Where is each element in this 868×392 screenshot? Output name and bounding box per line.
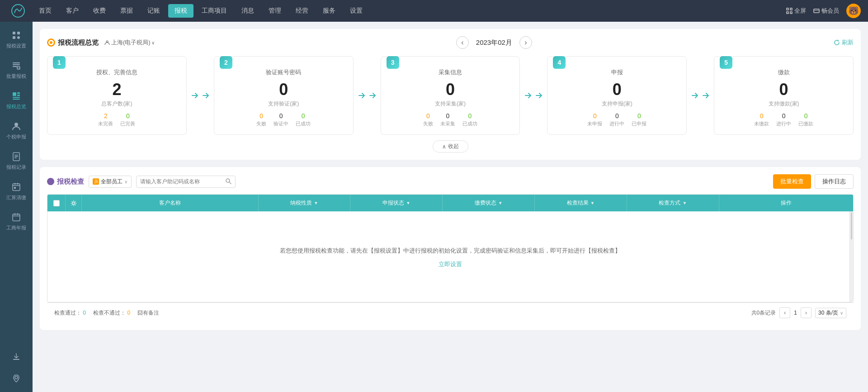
svg-point-0: [12, 5, 24, 17]
sidebar-label-personal-tax: 个税申报: [6, 134, 26, 140]
stat-label-5-0: 未缴款: [754, 120, 769, 127]
th-pay-status: 缴费状态 ▼: [443, 195, 535, 211]
prev-month-button[interactable]: ‹: [456, 36, 469, 49]
search-icon[interactable]: [225, 178, 231, 186]
stat-num-2-0[interactable]: 0: [256, 112, 266, 120]
stat-num-2-2[interactable]: 0: [296, 112, 311, 120]
download-icon: [11, 351, 22, 362]
scrollbar-thumb[interactable]: [851, 212, 852, 239]
nav-home[interactable]: 首页: [33, 4, 58, 18]
th-pay-filter-icon[interactable]: ▼: [498, 201, 503, 206]
main-content: 报税流程总览 上海(电子税局) ∨ ‹ 2023年02月 › 刷新: [33, 22, 868, 392]
stat-num-5-2[interactable]: 0: [798, 112, 813, 120]
sidebar-item-tax-overview[interactable]: 报税总览: [1, 86, 31, 115]
first-page-button[interactable]: ‹: [779, 307, 790, 318]
svg-rect-11: [13, 62, 20, 63]
nav-operation[interactable]: 经营: [289, 4, 315, 18]
nav-service[interactable]: 服务: [316, 4, 342, 18]
operation-log-button[interactable]: 操作日志: [815, 174, 854, 189]
sidebar-item-download[interactable]: [1, 347, 31, 367]
setup-link[interactable]: 立即设置: [439, 261, 462, 268]
svg-rect-30: [17, 183, 18, 185]
stat-num-2-1[interactable]: 0: [274, 112, 288, 120]
sidebar-item-tax-records[interactable]: 报税记录: [1, 147, 31, 175]
svg-rect-5: [814, 9, 819, 13]
per-page-selector[interactable]: 30 条/页 ∨: [815, 308, 846, 318]
stat-num-3-1[interactable]: 0: [440, 112, 455, 120]
fullscreen-button[interactable]: 全屏: [786, 7, 806, 15]
stat-num-4-0[interactable]: 0: [587, 112, 602, 120]
user-avatar[interactable]: 🐻: [846, 4, 861, 18]
nav-settings[interactable]: 设置: [344, 4, 369, 18]
svg-point-10: [17, 36, 20, 39]
nav-accounting[interactable]: 记账: [141, 4, 166, 18]
stat-num-1-0[interactable]: 2: [98, 112, 113, 120]
nav-fee[interactable]: 收费: [87, 4, 112, 18]
stat-label-4-2: 已申报: [632, 120, 646, 127]
org-selector[interactable]: 上海(电子税局) ∨: [104, 38, 155, 47]
fail-count[interactable]: 0: [127, 310, 130, 316]
next-month-button[interactable]: ›: [519, 36, 532, 49]
stat-label-3-2: 已成功: [462, 120, 477, 127]
refresh-button[interactable]: 刷新: [834, 38, 854, 47]
th-tax-filter-icon[interactable]: ▼: [314, 201, 318, 206]
stat-num-4-2[interactable]: 0: [632, 112, 646, 120]
overview-title-text: 报税流程总览: [58, 38, 99, 47]
th-gear[interactable]: [66, 195, 82, 211]
sidebar-item-clearance[interactable]: 汇算清缴: [1, 177, 31, 206]
tax-settings-icon: [11, 30, 22, 41]
svg-rect-8: [17, 32, 20, 34]
stat-label-2-0: 失败: [256, 120, 266, 127]
sidebar-item-batch-tax[interactable]: 批量报税: [1, 56, 31, 84]
collapse-button[interactable]: ∧ 收起: [433, 140, 468, 153]
vip-button[interactable]: 畅会员: [813, 7, 839, 15]
sidebar-label-annual-report: 工商年报: [6, 225, 26, 231]
th-declare-filter-icon[interactable]: ▼: [406, 201, 410, 206]
nav-message[interactable]: 消息: [235, 4, 260, 18]
stat-num-5-1[interactable]: 0: [776, 112, 791, 120]
client-search-input[interactable]: [140, 178, 222, 185]
svg-rect-26: [14, 158, 17, 158]
annual-report-icon: [11, 212, 22, 223]
th-tax-type: 纳税性质 ▼: [259, 195, 351, 211]
refresh-label: 刷新: [842, 38, 854, 47]
nav-tax[interactable]: 报税: [168, 4, 193, 18]
sidebar-item-tax-settings[interactable]: 报税设置: [1, 25, 31, 54]
pass-count[interactable]: 0: [83, 310, 86, 316]
nav-client[interactable]: 客户: [60, 4, 85, 18]
empty-message-text: 若您想使用报税检查功能，请先在【报税设置】中进行报税的初始化设置，完成密码验证和…: [280, 247, 621, 254]
th-method-filter-icon[interactable]: ▼: [682, 201, 687, 206]
svg-point-43: [72, 202, 75, 204]
step-stats-4: 0未申报 0进行中 0已申报: [555, 112, 679, 127]
th-checkbox[interactable]: [47, 195, 66, 211]
client-search-box[interactable]: [136, 176, 236, 188]
nav-manage[interactable]: 管理: [262, 4, 288, 18]
th-name: 客户名称: [82, 195, 259, 211]
tax-check-title-text: 报税检查: [57, 177, 84, 186]
batch-check-button[interactable]: 批量检查: [773, 174, 811, 189]
stat-num-3-2[interactable]: 0: [462, 112, 477, 120]
note-stat: 囧有备注: [137, 309, 159, 317]
stat-num-5-0[interactable]: 0: [754, 112, 769, 120]
stat-label-1-0: 未完善: [98, 120, 113, 127]
stat-num-4-1[interactable]: 0: [609, 112, 624, 120]
stat-num-3-0[interactable]: 0: [423, 112, 433, 120]
sidebar-item-annual-report[interactable]: 工商年报: [1, 207, 31, 236]
svg-rect-13: [13, 66, 17, 67]
stat-num-1-1[interactable]: 0: [120, 112, 135, 120]
sidebar-item-personal-tax[interactable]: 个税申报: [1, 116, 31, 145]
nav-business[interactable]: 工商项目: [195, 4, 233, 18]
header-checkbox[interactable]: [53, 200, 60, 206]
steps-row: 1 授权、完善信息 2 总客户数(家) 2 未完善 0 已完善: [47, 56, 854, 135]
svg-rect-7: [13, 32, 15, 34]
stat-label-1-1: 已完善: [120, 120, 135, 127]
scrollbar-track[interactable]: [849, 211, 853, 302]
next-page-button[interactable]: ›: [801, 307, 811, 318]
nav-invoice[interactable]: 票据: [114, 4, 139, 18]
employee-filter[interactable]: 员 全部员工 ∨: [89, 176, 132, 188]
purple-dot-icon: [47, 178, 54, 185]
th-result-filter-icon[interactable]: ▼: [590, 201, 595, 206]
table-body-empty: 若您想使用报税检查功能，请先在【报税设置】中进行报税的初始化设置，完成密码验证和…: [47, 211, 853, 302]
sidebar-item-location[interactable]: [1, 368, 31, 388]
per-page-label: 30 条/页: [818, 309, 838, 317]
